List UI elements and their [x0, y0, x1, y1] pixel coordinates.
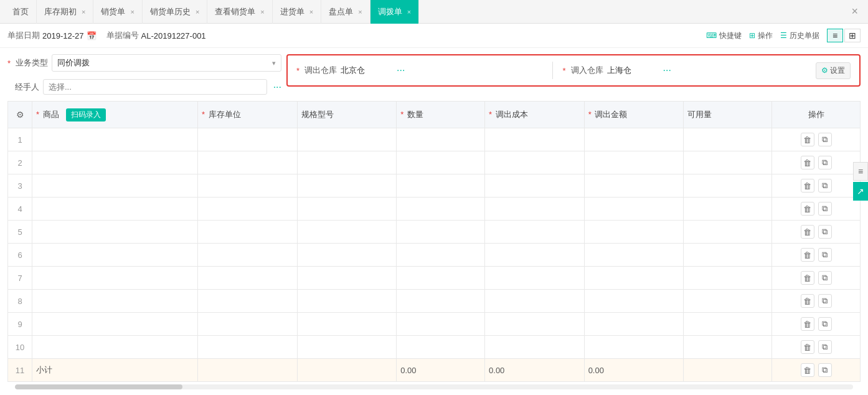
scan-entry-button[interactable]: 扫码录入	[66, 108, 106, 121]
amount-cell[interactable]	[584, 174, 684, 198]
tab-purchase-close[interactable]: ×	[309, 8, 313, 16]
amount-cell[interactable]	[584, 128, 684, 151]
unit-cell[interactable]	[198, 290, 298, 313]
unit-cell[interactable]	[198, 128, 298, 151]
amount-cell[interactable]	[584, 244, 684, 267]
product-cell[interactable]	[32, 151, 198, 174]
cost-cell[interactable]	[485, 128, 585, 151]
product-cell[interactable]	[32, 244, 198, 267]
cost-cell[interactable]	[485, 221, 585, 244]
copy-row-button[interactable]: ⧉	[818, 202, 832, 216]
unit-cell[interactable]	[198, 336, 298, 359]
unit-cell[interactable]	[198, 198, 298, 221]
quantity-cell[interactable]	[397, 221, 485, 244]
amount-cell[interactable]	[584, 290, 684, 313]
spec-cell[interactable]	[297, 313, 397, 336]
copy-row-button[interactable]: ⧉	[818, 294, 832, 308]
quantity-cell[interactable]	[397, 244, 485, 267]
amount-cell[interactable]	[584, 221, 684, 244]
float-expand-icon[interactable]: ↗	[853, 182, 868, 201]
tab-sales-history[interactable]: 销货单历史 ×	[143, 0, 207, 24]
tab-sales-history-close[interactable]: ×	[196, 8, 199, 16]
copy-row-button[interactable]: ⧉	[818, 271, 832, 285]
delete-row-button[interactable]: 🗑	[801, 248, 814, 262]
quantity-cell[interactable]	[397, 128, 485, 151]
copy-row-button[interactable]: ⧉	[818, 156, 832, 169]
copy-row-button[interactable]: ⧉	[818, 317, 832, 331]
delete-row-button[interactable]: 🗑	[801, 225, 814, 239]
copy-button[interactable]: ⧉	[818, 363, 832, 377]
quantity-cell[interactable]	[397, 313, 485, 336]
product-cell[interactable]	[32, 336, 198, 359]
tab-view-sales-close[interactable]: ×	[260, 8, 264, 16]
cost-cell[interactable]	[485, 313, 585, 336]
tab-stocktake[interactable]: 盘点单 ×	[321, 0, 370, 24]
unit-cell[interactable]	[198, 313, 298, 336]
table-gear-icon[interactable]: ⚙	[12, 107, 28, 123]
copy-row-button[interactable]: ⧉	[818, 179, 832, 193]
amount-cell[interactable]	[584, 198, 684, 221]
spec-cell[interactable]	[297, 244, 397, 267]
product-cell[interactable]	[32, 128, 198, 151]
delete-row-button[interactable]: 🗑	[801, 340, 814, 354]
cost-cell[interactable]	[485, 267, 585, 290]
transfer-in-more-button[interactable]: ···	[663, 65, 671, 76]
tab-home[interactable]: 首页	[5, 0, 37, 24]
amount-cell[interactable]	[584, 151, 684, 174]
product-cell[interactable]	[32, 267, 198, 290]
business-type-select[interactable]: 同价调拨 ▾	[52, 54, 281, 72]
spec-cell[interactable]	[297, 267, 397, 290]
history-button[interactable]: ☰ 历史单据	[780, 31, 819, 41]
float-list-icon[interactable]: ≡	[853, 162, 868, 181]
unit-cell[interactable]	[198, 174, 298, 198]
horizontal-scrollbar[interactable]	[15, 384, 853, 389]
copy-row-button[interactable]: ⧉	[818, 133, 832, 146]
copy-row-button[interactable]: ⧉	[818, 248, 832, 262]
amount-cell[interactable]	[584, 336, 684, 359]
cost-cell[interactable]	[485, 198, 585, 221]
tab-inventory-init-close[interactable]: ×	[82, 8, 85, 16]
quantity-cell[interactable]	[397, 290, 485, 313]
delete-row-button[interactable]: 🗑	[801, 317, 814, 331]
delete-row-button[interactable]: 🗑	[801, 202, 814, 216]
quantity-cell[interactable]	[397, 174, 485, 198]
product-cell[interactable]	[32, 221, 198, 244]
spec-cell[interactable]	[297, 336, 397, 359]
transfer-out-more-button[interactable]: ···	[397, 65, 405, 76]
spec-cell[interactable]	[297, 290, 397, 313]
delete-row-button[interactable]: 🗑	[801, 179, 814, 193]
delete-row-button[interactable]: 🗑	[801, 294, 814, 308]
shortcut-button[interactable]: ⌨ 快捷键	[706, 31, 742, 41]
amount-cell[interactable]	[584, 313, 684, 336]
product-cell[interactable]	[32, 290, 198, 313]
copy-row-button[interactable]: ⧉	[818, 340, 832, 354]
person-input[interactable]	[43, 79, 267, 95]
person-more-button[interactable]: ···	[273, 82, 281, 93]
tab-transfer-close[interactable]: ×	[407, 8, 411, 16]
delete-row-button[interactable]: 🗑	[801, 133, 814, 146]
delete-row-button[interactable]: 🗑	[801, 156, 814, 169]
quantity-cell[interactable]	[397, 198, 485, 221]
spec-cell[interactable]	[297, 128, 397, 151]
unit-cell[interactable]	[198, 244, 298, 267]
cost-cell[interactable]	[485, 336, 585, 359]
delete-row-button[interactable]: 🗑	[801, 271, 814, 285]
copy-row-button[interactable]: ⧉	[818, 225, 832, 239]
settings-button[interactable]: ⚙ 设置	[816, 62, 851, 79]
list-view-button[interactable]: ≡	[827, 29, 843, 42]
tab-sales-order[interactable]: 销货单 ×	[93, 0, 142, 24]
cost-cell[interactable]	[485, 244, 585, 267]
spec-cell[interactable]	[297, 198, 397, 221]
tab-inventory-init[interactable]: 库存期初 ×	[37, 0, 93, 24]
calendar-icon[interactable]: 📅	[87, 31, 97, 40]
quantity-cell[interactable]	[397, 336, 485, 359]
tab-stocktake-close[interactable]: ×	[358, 8, 362, 16]
grid-view-button[interactable]: ⊞	[844, 29, 861, 42]
tab-transfer[interactable]: 调拨单 ×	[370, 0, 419, 24]
product-cell[interactable]	[32, 198, 198, 221]
cost-cell[interactable]	[485, 174, 585, 198]
operation-button[interactable]: ⊞ 操作	[749, 31, 773, 41]
product-cell[interactable]	[32, 174, 198, 198]
spec-cell[interactable]	[297, 221, 397, 244]
product-cell[interactable]	[32, 313, 198, 336]
